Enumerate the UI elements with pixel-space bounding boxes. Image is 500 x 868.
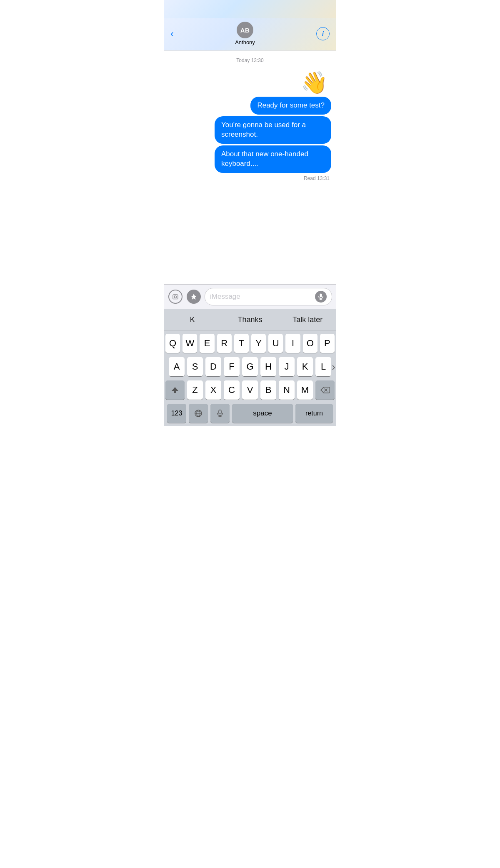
mic-button[interactable] [315, 291, 327, 303]
space-key[interactable]: space [232, 404, 293, 423]
nav-header: ‹ AB Anthony i [164, 18, 336, 51]
timestamp-label: Today 13:30 [167, 58, 333, 63]
key-h[interactable]: H [260, 357, 276, 376]
shift-key[interactable] [165, 380, 185, 400]
key-u[interactable]: U [268, 334, 283, 353]
svg-rect-1 [175, 295, 175, 296]
key-x[interactable]: X [205, 380, 221, 400]
globe-key[interactable] [189, 404, 208, 423]
message-bubble-row: You're gonna be used for a screenshot. [167, 116, 333, 144]
key-s[interactable]: S [187, 357, 203, 376]
message-input[interactable]: iMessage [205, 288, 332, 305]
key-r[interactable]: R [217, 334, 232, 353]
message-bubble: Ready for some test? [250, 97, 331, 115]
avatar: AB [237, 22, 253, 38]
numeric-key[interactable]: 123 [167, 404, 186, 423]
svg-rect-12 [219, 410, 221, 414]
key-w[interactable]: W [182, 334, 197, 353]
input-toolbar: iMessage [164, 284, 336, 309]
nav-center: AB Anthony [235, 22, 255, 45]
svg-rect-2 [320, 294, 322, 298]
keyboard-row-4: 123 space return [165, 404, 335, 423]
key-i[interactable]: I [285, 334, 300, 353]
svg-point-0 [175, 296, 177, 298]
predictive-item-k[interactable]: K [164, 309, 221, 330]
predictive-item-thanks[interactable]: Thanks [221, 309, 279, 330]
key-m[interactable]: M [297, 380, 313, 400]
key-n[interactable]: N [279, 380, 295, 400]
keyboard-row-1: Q W E R T Y U I O P [165, 334, 335, 353]
voice-mic-key[interactable] [210, 404, 230, 423]
messages-container: 👋 Ready for some test? You're gonna be u… [167, 72, 333, 183]
appstore-button[interactable] [186, 289, 201, 304]
camera-icon [168, 290, 182, 304]
key-c[interactable]: C [224, 380, 240, 400]
key-e[interactable]: E [200, 334, 214, 353]
key-j[interactable]: J [279, 357, 295, 376]
key-v[interactable]: V [242, 380, 258, 400]
keyboard-row-2: A S D F G H J K L › [165, 357, 335, 376]
key-g[interactable]: G [242, 357, 258, 376]
key-p[interactable]: P [320, 334, 335, 353]
message-bubble: About that new one-handed keyboard.... [215, 145, 331, 173]
message-bubble-row: Ready for some test? [167, 97, 333, 115]
info-button[interactable]: i [316, 27, 330, 40]
back-button[interactable]: ‹ [170, 28, 174, 40]
messages-area: Today 13:30 👋 Ready for some test? You'r… [164, 51, 336, 284]
key-t[interactable]: T [234, 334, 249, 353]
read-receipt: Read 13:31 [167, 175, 333, 181]
key-a[interactable]: A [169, 357, 185, 376]
key-b[interactable]: B [260, 380, 276, 400]
message-bubble-row: About that new one-handed keyboard.... [167, 145, 333, 173]
key-o[interactable]: O [303, 334, 318, 353]
key-q[interactable]: Q [165, 334, 180, 353]
wave-emoji: 👋 [167, 72, 333, 93]
keyboard-row-3: Z X C V B N M [165, 380, 335, 400]
key-d[interactable]: D [205, 357, 221, 376]
key-l[interactable]: L [315, 357, 331, 376]
contact-name[interactable]: Anthony [235, 39, 255, 45]
predictive-item-talk-later[interactable]: Talk later [279, 309, 336, 330]
camera-button[interactable] [168, 289, 183, 304]
keyboard: Q W E R T Y U I O P A S D F G H J K L › … [164, 330, 336, 426]
key-f[interactable]: F [224, 357, 240, 376]
predictive-text-bar: K Thanks Talk later [164, 309, 336, 330]
status-bar [164, 0, 336, 18]
key-k[interactable]: K [297, 357, 313, 376]
key-z[interactable]: Z [187, 380, 203, 400]
appstore-icon [187, 290, 201, 304]
one-handed-chevron[interactable]: › [332, 360, 335, 373]
message-bubble: You're gonna be used for a screenshot. [215, 116, 331, 144]
return-key[interactable]: return [295, 404, 333, 423]
key-y[interactable]: Y [251, 334, 266, 353]
backspace-key[interactable] [315, 380, 335, 400]
message-placeholder: iMessage [210, 293, 240, 301]
